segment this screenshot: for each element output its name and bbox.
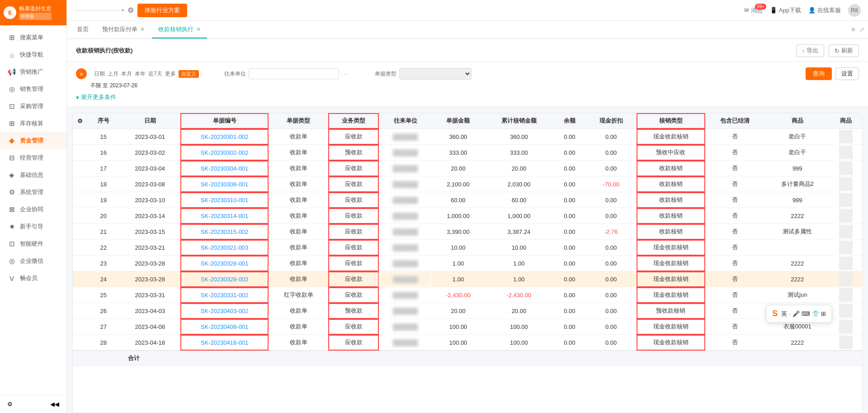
table-footer-row: 合计: [73, 351, 862, 366]
tab-prepay[interactable]: 预付款应付单 ✕: [96, 21, 151, 38]
cell-voucher-no[interactable]: SK-20230310-001: [180, 192, 269, 208]
voucher-link[interactable]: SK-20230321-003: [201, 244, 249, 251]
sidebar-item-hardware[interactable]: ⊡ 智能硬件: [0, 235, 66, 252]
voucher-link[interactable]: SK-20230302-002: [201, 149, 249, 156]
table-row: 242023-03-28SK-20230328-002收款单应收款██████1…: [73, 271, 862, 287]
th-voucher-type: 单据类型: [269, 113, 328, 129]
cell-voucher-no[interactable]: SK-20230308-001: [180, 176, 269, 192]
sidebar-item-search[interactable]: ⊞ 搜索菜单: [0, 29, 66, 46]
industry-solution-button[interactable]: 体验行业方案: [137, 4, 187, 17]
message-button[interactable]: ✉ 消息 99+: [744, 6, 763, 14]
user-avatar[interactable]: Rit: [848, 4, 861, 17]
tab-prepay-close-icon[interactable]: ✕: [140, 26, 145, 33]
cell-biz-type: 预收款: [328, 303, 379, 319]
sidebar-item-system[interactable]: ⚙ 系统管理: [0, 184, 66, 201]
page-title: 收款核销执行(按收款): [76, 47, 133, 55]
filter-toggle-button[interactable]: »: [76, 68, 87, 79]
tab-collection[interactable]: 收款核销执行 ✕: [152, 21, 207, 38]
cell-gear: [73, 319, 87, 335]
voucher-link[interactable]: SK-20230328-002: [201, 276, 249, 283]
cell-total-cancel: 20.00: [485, 161, 553, 176]
cell-voucher-no[interactable]: SK-20230321-003: [180, 240, 269, 256]
voucher-link[interactable]: SK-20230403-002: [201, 308, 249, 314]
app-download-button[interactable]: 📱 App下载: [770, 6, 801, 14]
sidebar-item-sales[interactable]: ◎ 销售管理: [0, 81, 66, 98]
voucher-link[interactable]: SK-20230308-001: [201, 181, 249, 188]
cell-voucher-no[interactable]: SK-20230331-002: [180, 287, 269, 303]
cell-include-settled: 否: [705, 208, 765, 224]
tab-home[interactable]: 首页: [71, 21, 95, 38]
table-row: 212023-03-15SK-20230315-002收款单应收款██████3…: [73, 224, 862, 240]
cell-partner: ██████: [379, 271, 432, 287]
voucher-link[interactable]: SK-20230331-002: [201, 292, 249, 299]
sidebar-item-purchase[interactable]: ⊡ 采购管理: [0, 98, 66, 115]
tab-expand-icon[interactable]: ⤢: [859, 26, 864, 33]
more-link[interactable]: 更多: [165, 70, 176, 78]
cell-cash-discount: 0.00: [586, 240, 637, 256]
sidebar-item-inventory[interactable]: ⊞ 库存核算: [0, 115, 66, 132]
filter-dots[interactable]: ···: [342, 71, 349, 77]
partner-input[interactable]: [249, 68, 339, 79]
sidebar-item-operations[interactable]: ⊟ 经营管理: [0, 149, 66, 166]
voucher-link[interactable]: SK-20230328-001: [201, 260, 249, 267]
voucher-link[interactable]: SK-20230418-001: [201, 339, 249, 346]
sidebar-item-marketing[interactable]: 📢 营销推广: [0, 63, 66, 81]
watermark-grid-icon[interactable]: ⊞: [821, 310, 826, 317]
watermark-mic-icon[interactable]: 🎤: [793, 310, 800, 317]
sidebar-collapse-icon[interactable]: ◀◀: [50, 401, 59, 408]
sidebar-item-funds[interactable]: ◈ 资金管理: [0, 132, 66, 149]
export-button[interactable]: ↑ 导出: [796, 44, 825, 57]
footer-biz-type: [328, 351, 379, 366]
sidebar-item-wechat[interactable]: ◎ 企业微信: [0, 252, 66, 270]
this-month-link[interactable]: 本月: [121, 70, 132, 78]
sidebar-item-guide[interactable]: ★ 新手引导: [0, 218, 66, 235]
custom-date-link[interactable]: 自定义: [179, 70, 199, 78]
cell-cash-discount: 0.00: [586, 256, 637, 271]
th-gear[interactable]: ⚙: [73, 113, 87, 129]
voucher-link[interactable]: SK-20230304-001: [201, 165, 249, 172]
cell-voucher-no[interactable]: SK-20230301-002: [180, 129, 269, 145]
enterprise-icon: ⊠: [7, 205, 16, 214]
settings-button[interactable]: 设置: [835, 67, 859, 80]
cell-product: 老白干: [765, 145, 830, 161]
cell-no: 17: [87, 161, 120, 176]
tab-close-all-icon[interactable]: ✕: [851, 26, 856, 33]
cell-voucher-no[interactable]: SK-20230302-002: [180, 145, 269, 161]
cell-voucher-no[interactable]: SK-20230304-001: [180, 161, 269, 176]
table-row: 182023-03-08SK-20230308-001收款单应收款██████2…: [73, 176, 862, 192]
topbar-gear-icon[interactable]: ⚙: [127, 6, 134, 14]
cell-voucher-no[interactable]: SK-20230328-002: [180, 271, 269, 287]
cell-voucher-no[interactable]: SK-20230403-002: [180, 303, 269, 319]
refresh-button[interactable]: ↻ 刷新: [829, 44, 859, 57]
tab-collection-close-icon[interactable]: ✕: [196, 26, 201, 33]
query-button[interactable]: 查询: [806, 67, 832, 80]
table-row: 272023-04-08SK-20230408-001收款单应收款██████1…: [73, 319, 862, 335]
cell-voucher-no[interactable]: SK-20230314-001: [180, 208, 269, 224]
voucher-link[interactable]: SK-20230408-001: [201, 323, 249, 330]
sidebar-item-basic[interactable]: ◈ 基础信息: [0, 166, 66, 184]
cell-partner: ██████: [379, 303, 432, 319]
voucher-link[interactable]: SK-20230315-002: [201, 228, 249, 235]
voucher-link[interactable]: SK-20230301-002: [201, 133, 249, 140]
last-7-days-link[interactable]: 近7天: [148, 70, 162, 78]
voucher-type-select[interactable]: [399, 68, 472, 80]
this-year-link[interactable]: 本年: [135, 70, 146, 78]
cell-include-settled: 否: [705, 271, 765, 287]
sidebar-settings-icon[interactable]: ⚙: [7, 401, 13, 408]
watermark-keyboard-icon[interactable]: ⌨: [802, 310, 810, 317]
voucher-link[interactable]: SK-20230310-001: [201, 197, 249, 204]
expand-more-button[interactable]: ▾ 展开更多条件: [76, 93, 859, 101]
watermark-shirt-icon[interactable]: 👕: [812, 310, 819, 317]
voucher-link[interactable]: SK-20230314-001: [201, 213, 249, 219]
sidebar-item-label: 企业协同: [20, 205, 43, 214]
last-month-link[interactable]: 上月: [108, 70, 118, 78]
online-service-button[interactable]: 👤 在线客服: [808, 6, 841, 14]
sidebar-item-quicknav[interactable]: ⌂ 快捷导航: [0, 46, 66, 63]
cell-voucher-no[interactable]: SK-20230315-002: [180, 224, 269, 240]
sidebar-item-enterprise[interactable]: ⊠ 企业协同: [0, 201, 66, 218]
cell-voucher-no[interactable]: SK-20230408-001: [180, 319, 269, 335]
sidebar-item-member[interactable]: V 畅会员: [0, 270, 66, 287]
cell-voucher-no[interactable]: SK-20230418-001: [180, 335, 269, 351]
workspace-dropdown[interactable]: ───────────── ▾: [74, 8, 124, 13]
cell-voucher-no[interactable]: SK-20230328-001: [180, 256, 269, 271]
